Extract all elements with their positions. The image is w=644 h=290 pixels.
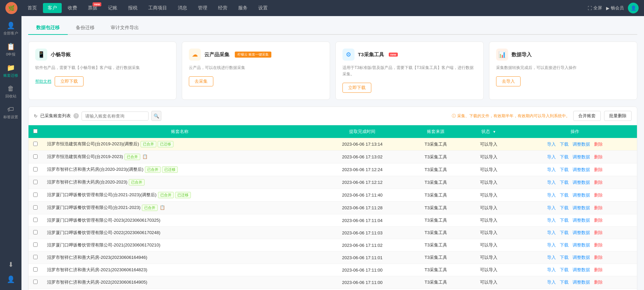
sidebar-item-account-migration[interactable]: 📁 账套迁移: [1, 61, 20, 81]
row-checkbox[interactable]: [33, 180, 38, 184]
search-input[interactable]: [82, 112, 149, 121]
action-import[interactable]: 导入: [547, 218, 556, 223]
nav-item-business[interactable]: 工商项目: [144, 3, 172, 13]
action-download[interactable]: 下载: [560, 218, 569, 223]
action-delete[interactable]: 删除: [594, 205, 603, 210]
action-delete[interactable]: 删除: [594, 154, 603, 159]
action-adjust[interactable]: 调整数据: [573, 267, 590, 272]
fullscreen-button[interactable]: ⛶ 全屏: [588, 5, 602, 11]
action-adjust[interactable]: 调整数据: [573, 180, 590, 185]
row-checkbox[interactable]: [33, 193, 38, 197]
action-import[interactable]: 导入: [547, 167, 556, 172]
refresh-icon[interactable]: ↻: [34, 114, 38, 119]
action-delete[interactable]: 删除: [594, 218, 603, 223]
action-download[interactable]: 下载: [560, 180, 569, 185]
action-import[interactable]: 导入: [547, 180, 556, 185]
th-status[interactable]: 状态 ▼: [465, 125, 513, 138]
action-import[interactable]: 导入: [547, 205, 556, 210]
action-adjust[interactable]: 调整数据: [573, 230, 590, 235]
action-delete[interactable]: 删除: [594, 230, 603, 235]
action-adjust[interactable]: 调整数据: [573, 205, 590, 210]
action-delete[interactable]: 删除: [594, 280, 603, 285]
nav-item-service[interactable]: 服务: [233, 3, 252, 13]
action-download[interactable]: 下载: [560, 193, 569, 198]
t3-download-button[interactable]: 立即下载: [342, 83, 371, 93]
row-checkbox[interactable]: [33, 154, 38, 159]
action-download[interactable]: 下载: [560, 205, 569, 210]
action-download[interactable]: 下载: [560, 267, 569, 272]
row-checkbox[interactable]: [33, 218, 38, 222]
action-import[interactable]: 导入: [547, 154, 556, 159]
sidebar-item-recycle[interactable]: 🗑 回收站: [1, 82, 20, 101]
go-collect-button[interactable]: 去采集: [189, 76, 213, 86]
select-all-checkbox[interactable]: [33, 129, 38, 133]
user-avatar[interactable]: 👤: [628, 3, 639, 13]
action-adjust[interactable]: 调整数据: [573, 142, 590, 147]
action-adjust[interactable]: 调整数据: [573, 167, 590, 172]
nav-item-manage[interactable]: 管理: [193, 3, 212, 13]
nav-item-customer[interactable]: 客户: [43, 3, 62, 13]
action-download[interactable]: 下载: [560, 154, 569, 159]
action-download[interactable]: 下载: [560, 142, 569, 147]
go-import-button[interactable]: 去导入: [496, 76, 521, 86]
nav-item-settings[interactable]: 设置: [254, 3, 272, 13]
action-import[interactable]: 导入: [547, 267, 556, 272]
member-button[interactable]: ▶ 畅会员: [606, 5, 624, 11]
help-doc-link[interactable]: 帮助文档: [35, 79, 51, 84]
action-adjust[interactable]: 调整数据: [573, 218, 590, 223]
tab-audit-export[interactable]: 审计文件导出: [103, 21, 147, 35]
action-adjust[interactable]: 调整数据: [573, 280, 590, 285]
nav-item-collect[interactable]: 收费: [63, 3, 82, 13]
action-delete[interactable]: 删除: [594, 180, 603, 185]
download-now-button[interactable]: 立即下载: [55, 76, 84, 86]
row-checkbox[interactable]: [33, 142, 38, 146]
action-download[interactable]: 下载: [560, 280, 569, 285]
nav-item-bookkeeping[interactable]: 记账: [103, 3, 122, 13]
action-import[interactable]: 导入: [547, 242, 556, 247]
sidebar-item-download[interactable]: ⬇: [1, 258, 20, 271]
action-import[interactable]: 导入: [547, 193, 556, 198]
nav-item-message[interactable]: 消息: [173, 3, 192, 13]
action-import[interactable]: 导入: [547, 230, 556, 235]
row-checkbox[interactable]: [33, 280, 38, 284]
action-import[interactable]: 导入: [547, 280, 556, 285]
action-delete[interactable]: 删除: [594, 142, 603, 147]
action-adjust[interactable]: 调整数据: [573, 242, 590, 247]
nav-item-invoice[interactable]: 票据 new: [83, 3, 102, 13]
action-delete[interactable]: 删除: [594, 167, 603, 172]
sidebar-item-tag-settings[interactable]: 🏷 标签设置: [1, 103, 20, 122]
action-adjust[interactable]: 调整数据: [573, 255, 590, 260]
tab-backup-migration[interactable]: 备份迁移: [68, 21, 103, 35]
action-import[interactable]: 导入: [547, 255, 556, 260]
action-download[interactable]: 下载: [560, 230, 569, 235]
action-adjust[interactable]: 调整数据: [573, 154, 590, 159]
row-checkbox[interactable]: [33, 255, 38, 259]
action-download[interactable]: 下载: [560, 255, 569, 260]
row-checkbox[interactable]: [33, 242, 38, 247]
row-checkbox[interactable]: [33, 230, 38, 234]
action-import[interactable]: 导入: [547, 142, 556, 147]
row-checkbox[interactable]: [33, 167, 38, 171]
row-checkbox[interactable]: [33, 267, 38, 272]
action-delete[interactable]: 删除: [594, 193, 603, 198]
sidebar-item-zero-report[interactable]: 📋 0申报: [1, 40, 20, 60]
action-download[interactable]: 下载: [560, 167, 569, 172]
search-button[interactable]: 🔍: [151, 111, 161, 121]
action-delete[interactable]: 删除: [594, 242, 603, 247]
batch-delete-button[interactable]: 批量删除: [604, 111, 632, 121]
row-checkbox[interactable]: [33, 205, 38, 210]
action-delete[interactable]: 删除: [594, 255, 603, 260]
merge-accounts-button[interactable]: 合并账套: [573, 111, 601, 121]
nav-item-tax[interactable]: 报税: [123, 3, 142, 13]
nav-item-operation[interactable]: 经营: [213, 3, 232, 13]
nav-item-home[interactable]: 首页: [23, 3, 42, 13]
help-icon[interactable]: ?: [73, 113, 79, 119]
sidebar-item-all-customers[interactable]: 👤 全部客户: [1, 19, 20, 39]
tab-data-migration[interactable]: 数据包迁移: [28, 21, 68, 35]
row-icon[interactable]: 📋: [160, 205, 165, 210]
sidebar-item-user[interactable]: 👤: [1, 273, 20, 286]
action-delete[interactable]: 删除: [594, 267, 603, 272]
action-adjust[interactable]: 调整数据: [573, 193, 590, 198]
row-icon[interactable]: 📋: [142, 154, 148, 159]
action-download[interactable]: 下载: [560, 242, 569, 247]
